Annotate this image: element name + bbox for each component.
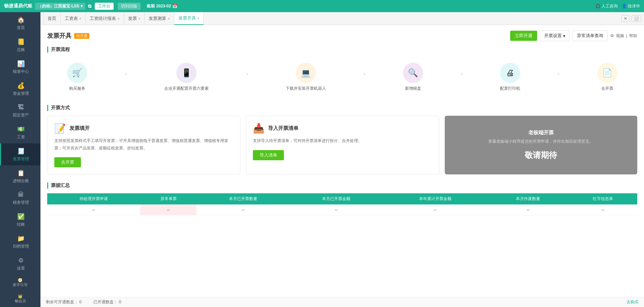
boss-coming-soon: 敬请期待 <box>525 150 557 161</box>
sidebar-item-invoice[interactable]: 🧾发票管理 <box>0 143 40 165</box>
tab-label: 发票开具 <box>178 15 196 21</box>
import-list-button[interactable]: 导入清单 <box>253 150 284 160</box>
sidebar-item-ledger[interactable]: 📒总账 <box>0 34 40 56</box>
sidebar-item-home[interactable]: 🏠首页 <box>0 12 40 34</box>
calendar-icon[interactable]: 📅 <box>172 4 177 8</box>
summary-col-header: 异常单票 <box>140 193 197 204</box>
tab-label: 发票 <box>128 16 137 22</box>
sidebar-footer-item-member[interactable]: 👑畅会员 <box>0 291 40 307</box>
tab-close-invoice-tool[interactable]: × <box>197 16 199 20</box>
copy-icon[interactable]: ⧉ <box>88 3 91 9</box>
content-area: 首页工资表×工资统计报表×发票×发票测算×发票开具× ✕ ⬜ 发票开具 待开通 … <box>40 12 644 307</box>
tab-label: 发票测算 <box>149 16 166 22</box>
sidebar-label: 工资 <box>17 134 25 140</box>
sidebar-label: 发票管理 <box>13 156 29 162</box>
sidebar: 🏠首页📒总账📊报表中心💰资金管理🏗固定资产💵工资🧾发票管理📋进销台账🏛税务管理✅… <box>0 12 40 307</box>
restore-button[interactable]: ⬜ <box>632 15 641 22</box>
abnormal-query-button[interactable]: 异常清单查询 <box>573 30 608 41</box>
summary-col-header: 本月已开票数量 <box>197 193 290 204</box>
purchase-icon: 📋 <box>17 169 25 177</box>
opened-value: 0 <box>119 300 121 304</box>
sidebar-label: 固定资产 <box>13 112 29 118</box>
buy-service-icon: 🛒 <box>67 63 87 83</box>
open-now-button[interactable]: 立即开通 <box>510 31 537 41</box>
summary-table: 待处理开票申请异常单票本月已开票数量本月已开票金额本年累计开票金额本月作废数量红… <box>47 193 637 215</box>
process-step-add-tax-disk: 🔍 新增税盘 <box>403 63 423 91</box>
page-content: 发票开具 待开通 立即开通 开票设置 ▾ 异常清单查询 ⚙ 视频 | 帮助 <box>40 25 644 297</box>
company-selector[interactable]: （勿动）江西服宝-LSS ▾ <box>35 3 85 10</box>
summary-col-header: 本月已开票金额 <box>290 193 383 204</box>
sidebar-item-salary[interactable]: 💵工资 <box>0 121 40 143</box>
summary-cell: -- <box>488 204 568 215</box>
tab-invoice[interactable]: 发票× <box>124 12 145 25</box>
chevron-down-icon: ▾ <box>563 33 565 38</box>
fill-card-title: 发票填开 <box>69 125 90 132</box>
tab-invoice-calc[interactable]: 发票测算× <box>145 12 174 25</box>
sidebar-label: 报表中心 <box>13 69 29 75</box>
import-card-header: 📥 导入开票清单 <box>253 123 432 134</box>
tab-invoice-tool[interactable]: 发票开具× <box>174 12 204 25</box>
sidebar-item-assets[interactable]: 🏗固定资产 <box>0 100 40 121</box>
guide-icon: 🧭 <box>18 278 23 282</box>
download-robot-icon: 💻 <box>296 63 316 83</box>
settings-button[interactable]: 开票设置 ▾ <box>540 30 570 41</box>
tax-icon: 🏛 <box>18 191 24 198</box>
sidebar-item-reports[interactable]: 📊报表中心 <box>0 56 40 78</box>
boss-card-title: 老板端开票 <box>528 130 554 136</box>
sidebar-label: 结账 <box>17 222 25 227</box>
add-tax-disk-label: 新增税盘 <box>405 86 421 91</box>
sidebar-item-archive[interactable]: 📁归档管理 <box>0 231 40 253</box>
help-link[interactable]: 帮助 <box>629 33 637 39</box>
tab-close-invoice[interactable]: × <box>138 17 140 21</box>
sidebar-item-funds[interactable]: 💰资金管理 <box>0 78 40 100</box>
summary-col-header: 红字信息单 <box>568 193 637 204</box>
switch-old-button[interactable]: 切到旧版 <box>118 3 141 10</box>
sidebar-footer-item-guide[interactable]: 🧭新手引导 <box>0 275 40 291</box>
user-avatar[interactable]: 👤 徐泽华 <box>622 3 640 9</box>
sidebar-footer: 🧭新手引导👑畅会员 ↑↓取消固定 <box>0 275 40 307</box>
page-title: 发票开具 <box>47 32 71 40</box>
go-issue-button[interactable]: 去开票 <box>54 157 81 167</box>
sidebar-item-purchase[interactable]: 📋进销台账 <box>0 165 40 187</box>
tab-label: 首页 <box>48 16 56 22</box>
page-title-row: 发票开具 待开通 <box>47 32 89 40</box>
import-card-desc: 支持导入待开票清单，可对待开票清单进行拆分、合并处理。 <box>253 137 432 145</box>
sidebar-label: 设置 <box>17 266 25 271</box>
view-link[interactable]: 视频 <box>616 33 624 39</box>
tab-close-invoice-calc[interactable]: × <box>168 17 170 21</box>
tab-salary-table[interactable]: 工资表× <box>61 12 86 25</box>
reports-icon: 📊 <box>17 60 25 67</box>
fill-invoice-card: 📝 发票填开 支持按照发票样式手工填写开发票；可开具增值税电子普通发票、增值税普… <box>47 116 240 174</box>
arrow-icon: › <box>558 70 560 77</box>
funds-icon: 💰 <box>17 82 25 89</box>
tab-close-salary-stats[interactable]: × <box>117 17 119 21</box>
chevron-down-icon: ▾ <box>81 4 83 8</box>
close-all-button[interactable]: ✕ <box>621 15 630 22</box>
process-flow-title: 开票流程 <box>47 47 637 53</box>
process-step-issue-invoice: 📄 去开票 <box>597 63 617 91</box>
archive-icon: 📁 <box>17 235 25 242</box>
summary-cell: -- <box>568 204 637 215</box>
sidebar-item-tax[interactable]: 🏛税务管理 <box>0 187 40 209</box>
period-label: 账期 2023-02 📅 <box>147 3 177 9</box>
sidebar-item-settle[interactable]: ✅结账 <box>0 209 40 231</box>
customer-service[interactable]: 🎧 人工咨询 <box>595 3 618 9</box>
add-tax-disk-icon: 🔍 <box>403 63 423 83</box>
settings-icon: ⚙ <box>18 257 24 264</box>
settle-icon: ✅ <box>17 213 25 220</box>
sidebar-label: 总账 <box>17 47 25 53</box>
issue-invoice-icon: 📄 <box>597 63 617 83</box>
summary-section: 票据汇总 待处理开票申请异常单票本月已开票数量本月已开票金额本年累计开票金额本月… <box>47 183 637 215</box>
config-printer-label: 配置打印机 <box>500 86 520 91</box>
tab-close-salary-table[interactable]: × <box>79 17 81 21</box>
tab-salary-stats[interactable]: 工资统计报表× <box>86 12 124 25</box>
fill-card-desc: 支持按照发票样式手工填写开发票；可开具增值税电子普通发票、增值税普通发票、增值税… <box>54 137 233 152</box>
buy-link[interactable]: 去购买 <box>626 299 639 305</box>
invoice-icon: 🧾 <box>17 147 25 155</box>
tab-home[interactable]: 首页 <box>43 12 61 25</box>
process-flow: 🛒 购买服务 › 📱 企业开通配置开票六要素 › 💻 下载并安装开票机器人 › … <box>47 57 637 97</box>
download-robot-label: 下载并安装开票机器人 <box>286 86 326 91</box>
sidebar-item-settings[interactable]: ⚙设置 <box>0 253 40 275</box>
process-step-download-robot: 💻 下载并安装开票机器人 <box>286 63 326 91</box>
workspace-button[interactable]: 工作台 <box>95 3 114 10</box>
